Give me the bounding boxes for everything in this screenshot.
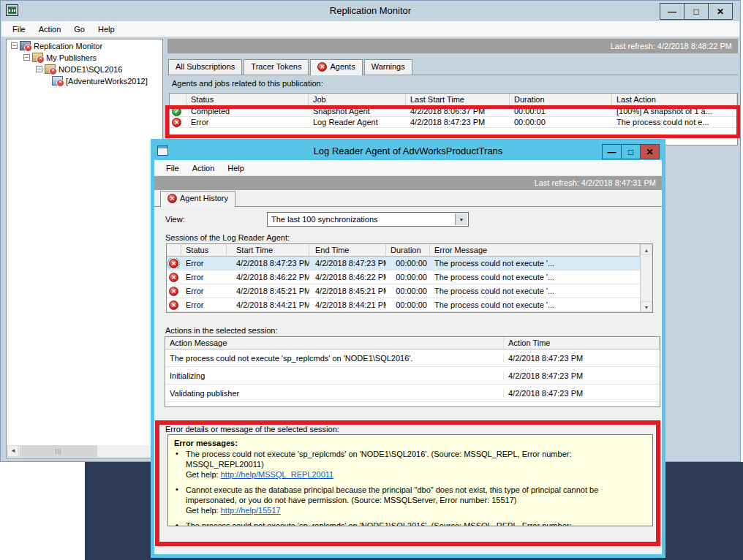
view-label: View: bbox=[165, 215, 185, 224]
menu-action[interactable]: Action bbox=[186, 162, 222, 175]
col-job[interactable]: Job bbox=[309, 94, 406, 105]
error-message-item: • The process could not execute 'sp_repl… bbox=[174, 449, 646, 480]
dialog-window-controls: — □ ✕ bbox=[603, 144, 660, 159]
error-circle-icon: ✕ bbox=[169, 273, 178, 282]
menu-go[interactable]: Go bbox=[67, 23, 91, 36]
main-titlebar[interactable]: Replication Monitor — □ ✕ bbox=[1, 1, 740, 21]
col-duration[interactable]: Duration bbox=[510, 94, 612, 105]
tree-item-adventureworks2012[interactable]: [AdventureWorks2012] bbox=[7, 75, 162, 86]
dialog-titlebar[interactable]: Log Reader Agent of AdvWorksProductTrans… bbox=[154, 143, 662, 160]
main-window-title: Replication Monitor bbox=[1, 5, 740, 16]
agents-table-header: Status Job Last Start Time Duration Last… bbox=[170, 94, 737, 106]
tab-divider bbox=[167, 75, 738, 75]
agent-row-log-reader[interactable]: ✕ Error Log Reader Agent 4/2/2018 8:47:2… bbox=[170, 117, 737, 128]
close-button[interactable]: ✕ bbox=[708, 3, 733, 20]
session-row[interactable]: ✕ Error 4/2/2018 8:46:22 PM 4/2/2018 8:4… bbox=[167, 270, 640, 284]
tree-horizontal-scrollbar[interactable]: ◄ ||| bbox=[7, 445, 162, 457]
col-start-time[interactable]: Start Time bbox=[227, 244, 309, 256]
scroll-left-arrow[interactable]: ◄ bbox=[7, 445, 19, 457]
resize-grip[interactable] bbox=[650, 536, 659, 545]
scroll-down-icon: ▼ bbox=[644, 305, 649, 310]
publishers-error-icon bbox=[32, 53, 43, 62]
agent-row-snapshot[interactable]: ✓ Completed Snapshot Agent 4/2/2018 8:06… bbox=[170, 106, 737, 117]
col-error-message[interactable]: Error Message bbox=[430, 244, 640, 256]
last-refresh-text: Last refresh: 4/2/2018 8:48:22 PM bbox=[611, 42, 732, 50]
scroll-up-arrow[interactable]: ▲ bbox=[641, 244, 652, 255]
minimize-button[interactable]: — bbox=[660, 3, 684, 20]
screen: Replication Monitor — □ ✕ File Action Go… bbox=[0, 0, 743, 560]
check-circle-icon: ✓ bbox=[172, 107, 181, 116]
col-last-start-time[interactable]: Last Start Time bbox=[406, 94, 510, 105]
tree-item-replication-monitor[interactable]: − Replication Monitor bbox=[7, 40, 162, 51]
help-link[interactable]: http://help/MSSQL_REPL20011 bbox=[221, 470, 334, 479]
help-link[interactable]: http://help/15517 bbox=[221, 506, 281, 515]
maximize-button[interactable]: □ bbox=[621, 144, 641, 159]
actions-label: Actions in the selected session: bbox=[165, 326, 277, 335]
maximize-icon: □ bbox=[693, 7, 698, 17]
menu-file[interactable]: File bbox=[159, 162, 186, 175]
menu-action[interactable]: Action bbox=[32, 23, 68, 36]
view-dropdown-value: The last 100 synchronizations bbox=[271, 215, 378, 224]
menu-help[interactable]: Help bbox=[91, 23, 121, 36]
action-row[interactable]: The process could not execute 'sp_replcm… bbox=[165, 349, 660, 367]
tree-item-node1-sql2016[interactable]: − NODE1\SQL2016 bbox=[7, 64, 162, 75]
tab-agent-history[interactable]: ✕ Agent History bbox=[160, 191, 235, 207]
get-help-label: Get help: bbox=[186, 506, 219, 515]
publisher-tree-pane: − Replication Monitor − My Publishers − … bbox=[6, 39, 163, 458]
publication-error-icon bbox=[52, 76, 63, 86]
menu-file[interactable]: File bbox=[6, 23, 32, 36]
sessions-table-header: Status Start Time End Time Duration Erro… bbox=[167, 244, 652, 257]
minimize-icon: — bbox=[668, 7, 676, 17]
replication-monitor-error-icon bbox=[20, 41, 31, 50]
actions-table: Action Message Action Time The process c… bbox=[165, 336, 660, 407]
tab-agents[interactable]: ✕ Agents bbox=[310, 59, 362, 75]
tab-warnings[interactable]: Warnings bbox=[364, 59, 412, 75]
menu-help[interactable]: Help bbox=[221, 162, 251, 175]
scroll-left-icon: ◄ bbox=[10, 447, 16, 454]
collapse-icon[interactable]: − bbox=[23, 54, 30, 61]
col-action-message[interactable]: Action Message bbox=[165, 337, 504, 349]
log-reader-agent-dialog: Log Reader Agent of AdvWorksProductTrans… bbox=[151, 139, 665, 558]
col-last-action[interactable]: Last Action bbox=[612, 94, 737, 105]
dialog-title: Log Reader Agent of AdvWorksProductTrans bbox=[154, 145, 662, 156]
view-dropdown[interactable]: The last 100 synchronizations ▼ bbox=[267, 212, 469, 227]
session-row[interactable]: ✕ Error 4/2/2018 8:47:23 PM 4/2/2018 8:4… bbox=[167, 257, 640, 270]
chevron-down-icon[interactable]: ▼ bbox=[455, 213, 467, 225]
scrollbar-thumb[interactable]: ||| bbox=[20, 445, 97, 457]
maximize-button[interactable]: □ bbox=[684, 3, 709, 20]
col-action-time[interactable]: Action Time bbox=[504, 337, 660, 349]
main-refresh-bar: Last refresh: 4/2/2018 8:48:22 PM bbox=[167, 39, 738, 53]
minimize-button[interactable]: — bbox=[602, 144, 622, 159]
session-row[interactable]: ✕ Error 4/2/2018 8:45:21 PM 4/2/2018 8:4… bbox=[167, 284, 640, 298]
error-circle-icon: ✕ bbox=[169, 300, 178, 310]
session-row[interactable]: ✕ Error 4/2/2018 8:44:21 PM 4/2/2018 8:4… bbox=[167, 298, 640, 312]
sessions-vertical-scrollbar[interactable]: ▲ ▼ bbox=[640, 244, 652, 312]
error-message-item: • Cannot execute as the database princip… bbox=[174, 485, 646, 515]
col-end-time[interactable]: End Time bbox=[309, 244, 386, 256]
collapse-icon[interactable]: − bbox=[11, 42, 18, 49]
col-status[interactable]: Status bbox=[186, 94, 309, 105]
error-circle-icon: ✕ bbox=[167, 194, 177, 203]
error-circle-icon: ✕ bbox=[169, 287, 178, 296]
col-status[interactable]: Status bbox=[181, 244, 227, 256]
error-messages-heading: Error messages: bbox=[174, 439, 646, 447]
action-row[interactable]: Initializing 4/2/2018 8:47:23 PM bbox=[165, 367, 660, 385]
server-error-icon bbox=[45, 64, 56, 74]
tab-all-subscriptions[interactable]: All Subscriptions bbox=[168, 59, 242, 75]
collapse-icon[interactable]: − bbox=[36, 66, 42, 72]
grip-dots-icon: ||| bbox=[55, 447, 61, 454]
tab-tracer-tokens[interactable]: Tracer Tokens bbox=[244, 59, 309, 75]
tree-item-my-publishers[interactable]: − My Publishers bbox=[7, 52, 162, 63]
publication-tabs: All Subscriptions Tracer Tokens ✕ Agents… bbox=[168, 59, 738, 75]
scroll-down-arrow[interactable]: ▼ bbox=[641, 301, 652, 312]
error-text: The process could not execute 'sp_replcm… bbox=[186, 521, 571, 526]
main-menubar: File Action Go Help bbox=[1, 21, 739, 37]
action-row[interactable]: Validating publisher 4/2/2018 8:47:23 PM bbox=[165, 385, 660, 402]
get-help-label: Get help: bbox=[186, 470, 219, 479]
close-button[interactable]: ✕ bbox=[640, 144, 660, 159]
maximize-icon: □ bbox=[628, 147, 633, 157]
dialog-refresh-bar: Last refresh: 4/2/2018 8:47:31 PM bbox=[154, 176, 662, 190]
error-circle-icon: ✕ bbox=[169, 259, 178, 268]
col-duration[interactable]: Duration bbox=[386, 244, 430, 256]
close-icon: ✕ bbox=[717, 7, 724, 17]
